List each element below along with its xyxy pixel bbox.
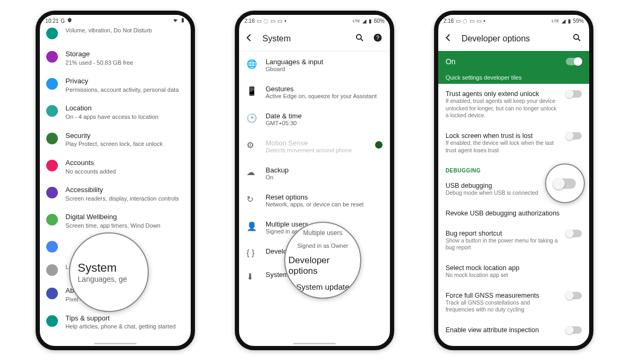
page-title: System [262, 34, 346, 44]
status-time: 2:16 [244, 18, 254, 24]
system-row[interactable]: 📱 Gestures Active Edge on, squeeze for y… [239, 79, 390, 106]
master-toggle[interactable] [566, 58, 582, 65]
status-bar: 2:16 ▭ ◌ ▭ ▭ • LTE ◢ ▮ 59% [438, 15, 589, 27]
app-bar: System ? [239, 27, 390, 51]
whatsapp-icon: ◌ [264, 18, 268, 24]
more-icon: • [284, 18, 286, 24]
settings-row[interactable]: Tips & support Help articles, phone & ch… [40, 309, 191, 336]
row-subtitle: Network, apps, or device can be reset [266, 201, 382, 207]
net-label: LTE [552, 19, 559, 23]
phone-system: 2:16 ▭ ◌ ▭ ▭ • LTE ◢ ▮ 60% System ? [235, 11, 394, 350]
row-title: Force full GNSS measurements [446, 292, 560, 299]
svg-text:?: ? [376, 34, 379, 41]
settings-row[interactable]: Privacy Permissions, account activity, p… [40, 72, 191, 99]
nav-pill[interactable] [94, 343, 137, 344]
row-title: Gestures [266, 85, 382, 93]
row-icon [46, 78, 58, 90]
settings-row[interactable]: Accounts No accounts added [40, 153, 191, 180]
row-title: Accessibility [65, 186, 178, 195]
settings-row[interactable]: Storage 21% used - 50.83 GB free [40, 45, 191, 72]
row-icon [46, 214, 58, 226]
row-title: Reset options [266, 193, 382, 201]
truncated-row[interactable]: Quick settings developer tiles [438, 72, 589, 84]
row-icon: 📱 [246, 86, 256, 96]
row-title: Location [65, 104, 158, 113]
dev-row[interactable]: Select mock location app No mock locatio… [438, 258, 589, 285]
shield-icon [67, 18, 72, 24]
dev-row[interactable]: Revoke USB debugging authorizations [438, 203, 589, 223]
row-title: Languages & input [266, 58, 382, 66]
yt-icon: ▭ [470, 18, 474, 24]
msg-icon: ▭ [456, 18, 461, 24]
zoom-main-line: Developer options [288, 255, 357, 276]
yt-icon: ▭ [270, 18, 275, 24]
dev-row[interactable]: Bug report shortcut Show a button in the… [438, 223, 589, 258]
system-row[interactable]: ☁ Backup On [239, 160, 390, 187]
settings-row[interactable]: Accessibility Screen readers, display, i… [40, 180, 191, 207]
row-icon [46, 315, 58, 327]
search-icon[interactable] [572, 33, 582, 45]
dev-row[interactable]: Enable view attribute inspection [438, 320, 589, 340]
row-toggle[interactable] [566, 132, 582, 140]
row-subtitle: No mock location app set [446, 272, 582, 279]
row-title: Bug report shortcut [446, 230, 560, 237]
row-toggle[interactable] [566, 326, 582, 334]
row-subtitle: Volume, vibration, Do Not Disturb [65, 27, 152, 34]
back-icon[interactable] [244, 33, 254, 45]
settings-row[interactable]: Sound Volume, vibration, Do Not Disturb [40, 27, 191, 45]
system-row[interactable]: ⚙ Motion Sense Detects movement around p… [239, 133, 390, 160]
zoom-lens-system: System Languages, ge [69, 232, 149, 312]
row-subtitle: GMT+05:30 [266, 120, 382, 126]
zoom-subtitle: Languages, ge [78, 275, 148, 283]
dev-list-top: Trust agents only extend unlock If enabl… [438, 84, 589, 160]
system-row[interactable]: 🕑 Date & time GMT+05:30 [239, 106, 390, 133]
row-icon: ⚙ [246, 140, 256, 150]
zoom-line: System update [296, 282, 349, 291]
battery-icon [180, 18, 185, 24]
zoom-line: Multiple users [303, 229, 342, 237]
master-toggle-label: On [446, 57, 566, 66]
row-title: Revoke USB debugging authorizations [446, 210, 582, 217]
help-icon[interactable]: ? [373, 33, 382, 45]
row-title: Accounts [65, 159, 116, 168]
dev-row[interactable]: Trust agents only extend unlock If enabl… [438, 84, 589, 126]
row-toggle[interactable] [566, 230, 582, 237]
system-row[interactable]: ↻ Reset options Network, apps, or device… [239, 187, 390, 214]
system-row[interactable]: 🌐 Languages & input Gboard [239, 51, 390, 79]
row-icon: ⬇ [246, 272, 256, 281]
row-icon [46, 264, 58, 276]
search-icon[interactable] [355, 33, 364, 45]
row-toggle[interactable] [566, 292, 582, 299]
settings-row[interactable]: Security Play Protect, screen lock, face… [40, 126, 191, 153]
zoom-line: Signed in as Owner [297, 242, 348, 249]
row-title: Storage [65, 50, 133, 59]
row-title: Trust agents only extend unlock [446, 90, 560, 98]
row-icon: 🕑 [246, 113, 256, 123]
back-icon[interactable] [444, 33, 453, 45]
row-subtitle: Screen time, app timers, Wind Down [65, 222, 160, 229]
row-toggle[interactable] [566, 90, 582, 98]
row-icon [46, 241, 58, 253]
usb-debugging-toggle-zoom[interactable] [554, 178, 576, 189]
row-subtitle: Permissions, account activity, personal … [65, 86, 178, 93]
settings-row[interactable]: Digital Wellbeing Screen time, app timer… [40, 207, 191, 235]
status-bar: 2:16 ▭ ◌ ▭ ▭ • LTE ◢ ▮ 60% [239, 15, 390, 27]
row-icon [46, 28, 58, 39]
master-toggle-bar[interactable]: On [438, 51, 589, 72]
battery-pct: 59% [573, 18, 584, 24]
phone-developer-options: 2:16 ▭ ◌ ▭ ▭ • LTE ◢ ▮ 59% Developer opt… [434, 11, 593, 350]
row-icon [46, 51, 58, 63]
row-subtitle: Help articles, phone & chat, getting sta… [65, 323, 175, 330]
nav-pill[interactable] [293, 343, 336, 344]
settings-row[interactable]: Location On - 4 apps have access to loca… [40, 99, 191, 126]
row-title: Date & time [266, 112, 382, 120]
whatsapp-icon: ◌ [463, 18, 468, 24]
status-time: 2:16 [444, 18, 454, 24]
row-subtitle: Active Edge on, squeeze for your Assista… [266, 93, 382, 99]
dev-row[interactable]: Lock screen when trust is lost If enable… [438, 126, 589, 160]
battery-pct: 60% [374, 18, 385, 24]
status-bar: 10:21 G [40, 15, 191, 27]
svg-point-0 [356, 34, 361, 39]
dev-row[interactable]: Force full GNSS measurements Track all G… [438, 285, 589, 320]
dev-row[interactable]: Select debug app No debug application se… [438, 340, 589, 346]
